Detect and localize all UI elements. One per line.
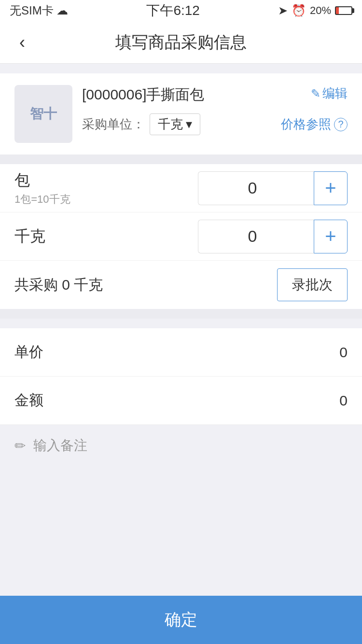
unit-price-row: 单价 0	[0, 328, 362, 377]
location-icon: ➤	[278, 4, 288, 17]
product-logo: 智十	[30, 105, 57, 123]
bao-input-right: +	[72, 171, 348, 205]
edit-pencil-icon: ✎	[311, 87, 320, 100]
unit-price-label: 单价	[14, 342, 43, 362]
note-placeholder: 输入备注	[33, 436, 87, 455]
product-card: 智十 [0000006]手撕面包 ✎ 编辑 采购单位： 千克 ▾ 价格参照 ?	[0, 73, 362, 154]
status-right: ➤ ⏰ 20%	[278, 4, 352, 17]
confirm-button[interactable]: 确定	[0, 596, 362, 644]
page-title: 填写商品采购信息	[115, 31, 247, 54]
kg-label-group: 千克	[14, 226, 72, 247]
price-ref-help-icon: ?	[334, 118, 348, 131]
status-left: 无SIM卡 ☁	[10, 3, 68, 18]
back-button[interactable]: ‹	[14, 28, 30, 57]
bao-sub-label: 1包=10千克	[14, 192, 72, 207]
amount-label: 金额	[14, 391, 43, 410]
note-pencil-icon: ✏	[14, 438, 26, 454]
bao-input-row: 包 1包=10千克 +	[0, 164, 362, 212]
note-section[interactable]: ✏ 输入备注	[0, 425, 362, 466]
section-divider-1	[0, 154, 362, 164]
total-text: 共采购 0 千克	[14, 275, 103, 295]
product-info: [0000006]手撕面包 ✎ 编辑 采购单位： 千克 ▾ 价格参照 ?	[82, 85, 348, 135]
bao-label-group: 包 1包=10千克	[14, 170, 72, 207]
bao-main-label: 包	[14, 170, 72, 191]
battery-percent: 20%	[310, 4, 331, 17]
kg-input-right: +	[72, 220, 348, 253]
price-ref-button[interactable]: 价格参照 ?	[281, 116, 348, 133]
amount-row: 金额 0	[0, 377, 362, 425]
alarm-icon: ⏰	[292, 4, 306, 17]
kg-plus-button[interactable]: +	[314, 220, 348, 253]
amount-value: 0	[339, 392, 348, 409]
product-image: 智十	[14, 85, 72, 143]
section-divider-2	[0, 309, 362, 319]
edit-button[interactable]: ✎ 编辑	[311, 85, 348, 102]
product-unit-row: 采购单位： 千克 ▾ 价格参照 ?	[82, 113, 348, 135]
kg-main-label: 千克	[14, 226, 72, 247]
input-section: 包 1包=10千克 + 千克 + 共采购 0 千克 录批次	[0, 164, 362, 309]
battery-icon	[335, 6, 352, 15]
total-row: 共采购 0 千克 录批次	[0, 261, 362, 309]
batch-button[interactable]: 录批次	[277, 268, 348, 301]
product-header: [0000006]手撕面包 ✎ 编辑	[82, 85, 348, 105]
nav-bar: ‹ 填写商品采购信息	[0, 21, 362, 64]
info-section: 单价 0 金额 0	[0, 328, 362, 425]
unit-price-value: 0	[339, 344, 348, 361]
sim-status: 无SIM卡 ☁	[10, 3, 68, 18]
unit-select[interactable]: 千克 ▾	[150, 113, 200, 135]
unit-prefix: 采购单位：	[82, 116, 145, 133]
unit-value: 千克	[158, 116, 183, 133]
status-time: 下午6:12	[146, 1, 200, 20]
kg-input-row: 千克 +	[0, 212, 362, 261]
product-name: [0000006]手撕面包	[82, 85, 204, 105]
bao-quantity-input[interactable]	[198, 171, 314, 205]
bao-plus-button[interactable]: +	[314, 171, 348, 205]
status-bar: 无SIM卡 ☁ 下午6:12 ➤ ⏰ 20%	[0, 0, 362, 21]
price-ref-label: 价格参照	[281, 116, 331, 133]
bottom-space	[0, 466, 362, 611]
kg-quantity-input[interactable]	[198, 220, 314, 253]
unit-dropdown-icon: ▾	[186, 117, 192, 132]
edit-label: 编辑	[322, 85, 348, 102]
